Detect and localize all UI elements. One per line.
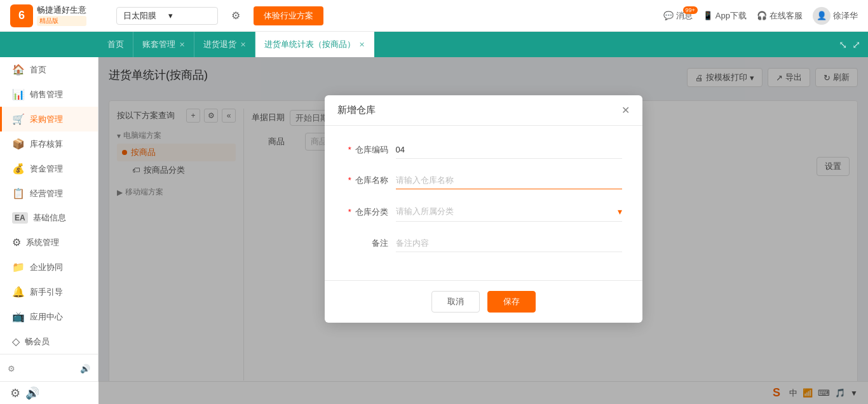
sidebar-item-sales[interactable]: 📊 销售管理 (0, 82, 98, 107)
sidebar-item-operation[interactable]: 📋 经营管理 (0, 181, 98, 206)
notification-badge: 99+ (683, 6, 698, 14)
header-right: 💬 消息 99+ 📱 App下载 🎧 在线客服 👤 徐泽华 (663, 7, 858, 25)
online-service-item[interactable]: 🎧 在线客服 (757, 10, 803, 22)
sidebar-item-inventory[interactable]: 📦 库存核算 (0, 131, 98, 156)
content-area: 进货单统计(按商品) 🖨 按模板打印 ▾ ↗ 导出 ↻ 刷新 (98, 57, 868, 404)
sidebar-item-basic[interactable]: EA 基础信息 (0, 206, 98, 230)
warehouse-code-input[interactable] (396, 141, 622, 159)
finance-icon: 💰 (12, 163, 25, 175)
logo-icon: 6 (10, 4, 33, 27)
warehouse-name-row: * 仓库名称 (345, 172, 622, 189)
sidebar-item-system[interactable]: ⚙ 系统管理 (0, 230, 98, 255)
store-name: 日太阳膜 (123, 10, 166, 22)
tab-bar-right: ⤡ ⤢ (839, 39, 868, 51)
tab-return[interactable]: 进货退货 ✕ (194, 32, 255, 57)
sidebar-item-vip[interactable]: ◇ 畅会员 (0, 329, 98, 354)
tab-return-close[interactable]: ✕ (240, 41, 246, 49)
warehouse-note-row: 备注 (345, 234, 622, 252)
modal-close-button[interactable]: ✕ (621, 104, 630, 116)
sidebar-operation-label: 经营管理 (30, 188, 63, 199)
tab-return-label: 进货退货 (203, 39, 236, 50)
modal-backdrop: 新增仓库 ✕ * 仓库编码 * (98, 57, 868, 404)
tab-stat[interactable]: 进货单统计表（按商品） ✕ (255, 32, 374, 57)
sidebar-basic-label: 基础信息 (33, 212, 66, 224)
sidebar-appstore-label: 应用中心 (30, 311, 63, 323)
warehouse-code-row: * 仓库编码 (345, 141, 622, 159)
logo-text-area: 畅捷通好生意 精品版 (37, 5, 86, 26)
sidebar-vip-label: 畅会员 (25, 336, 50, 347)
sidebar-purchase-label: 采购管理 (30, 114, 63, 125)
sidebar-item-home[interactable]: 🏠 首页 (0, 57, 98, 82)
sidebar-item-appstore[interactable]: 📺 应用中心 (0, 304, 98, 329)
sidebar-home-label: 首页 (30, 64, 46, 76)
logo-title: 畅捷通好生意 (37, 5, 86, 16)
top-header: 6 畅捷通好生意 精品版 日太阳膜 ▾ ⚙ 体验行业方案 💬 消息 99+ 📱 … (0, 0, 868, 32)
modal-cancel-button[interactable]: 取消 (431, 291, 480, 313)
warehouse-category-row: * 仓库分类 请输入所属分类 ▾ (345, 202, 622, 222)
sidebar-inventory-label: 库存核算 (30, 138, 63, 150)
sidebar-guide-label: 新手引导 (30, 286, 63, 298)
sidebar-speaker-icon[interactable]: 🔊 (80, 364, 90, 374)
appstore-icon: 📺 (12, 311, 25, 323)
bottom-gear-icon[interactable]: ⚙ (10, 386, 20, 400)
sidebar-item-purchase[interactable]: 🛒 采购管理 (0, 107, 98, 131)
inventory-icon: 📦 (12, 138, 25, 150)
operation-icon: 📋 (12, 187, 25, 199)
bottom-speaker-icon[interactable]: 🔊 (25, 386, 39, 400)
enterprise-icon: 📁 (12, 261, 25, 273)
user-item[interactable]: 👤 徐泽华 (813, 7, 858, 25)
store-selector[interactable]: 日太阳膜 ▾ (116, 7, 218, 25)
sidebar: 🏠 首页 📊 销售管理 🛒 采购管理 📦 库存核算 💰 资金管理 📋 经营管理 … (0, 57, 98, 404)
sidebar-enterprise-label: 企业协同 (30, 262, 63, 273)
modal-footer: 取消 保存 (325, 280, 642, 323)
modal-save-button[interactable]: 保存 (487, 291, 536, 313)
modal-header: 新增仓库 ✕ (325, 95, 642, 126)
warehouse-name-input[interactable] (396, 172, 622, 189)
user-name: 徐泽华 (833, 10, 858, 22)
system-icon: ⚙ (12, 236, 21, 248)
tab-collapse-icon[interactable]: ⤡ (839, 39, 847, 51)
purchase-icon: 🛒 (12, 113, 25, 125)
main-layout: 🏠 首页 📊 销售管理 🛒 采购管理 📦 库存核算 💰 资金管理 📋 经营管理 … (0, 57, 868, 404)
warehouse-category-select[interactable]: 请输入所属分类 ▾ (396, 202, 622, 222)
bottom-left: ⚙ 🔊 (10, 386, 39, 400)
tab-homepage-label: 首页 (107, 39, 124, 50)
guide-icon: 🔔 (12, 286, 25, 298)
app-download-icon: 📱 (703, 11, 713, 20)
warehouse-category-placeholder: 请输入所属分类 (396, 206, 454, 217)
sidebar-item-guide[interactable]: 🔔 新手引导 (0, 279, 98, 304)
vip-icon: ◇ (12, 335, 20, 347)
tab-stat-label: 进货单统计表（按商品） (264, 39, 355, 50)
sidebar-item-enterprise[interactable]: 📁 企业协同 (0, 255, 98, 279)
warehouse-note-input[interactable] (396, 234, 622, 252)
warehouse-name-label: * 仓库名称 (345, 175, 396, 186)
app-download-item[interactable]: 📱 App下载 (703, 10, 747, 22)
tab-account[interactable]: 账套管理 ✕ (133, 32, 194, 57)
sidebar-item-finance[interactable]: 💰 资金管理 (0, 156, 98, 181)
sales-icon: 📊 (12, 88, 25, 100)
tab-account-close[interactable]: ✕ (179, 41, 185, 49)
sidebar-finance-label: 资金管理 (30, 163, 63, 175)
settings-button[interactable]: ⚙ (226, 6, 246, 26)
warehouse-note-label: 备注 (345, 238, 396, 249)
notification-icon: 💬 (663, 11, 674, 20)
sidebar-settings-icon[interactable]: ⚙ (8, 364, 15, 374)
store-dropdown-icon: ▾ (168, 11, 211, 20)
user-avatar: 👤 (813, 7, 831, 25)
basic-icon: EA (12, 212, 28, 224)
trial-button[interactable]: 体验行业方案 (254, 6, 323, 25)
app-download-label: App下载 (715, 10, 747, 22)
tab-bar: 首页 账套管理 ✕ 进货退货 ✕ 进货单统计表（按商品） ✕ ⤡ ⤢ (0, 32, 868, 57)
tab-stat-close[interactable]: ✕ (359, 41, 365, 49)
notification-item[interactable]: 💬 消息 99+ (663, 10, 693, 22)
tab-expand-icon[interactable]: ⤢ (852, 39, 860, 51)
home-icon: 🏠 (12, 64, 25, 76)
online-service-label: 在线客服 (770, 10, 803, 22)
tab-homepage[interactable]: 首页 (98, 32, 133, 57)
headphone-icon: 🎧 (757, 11, 767, 20)
warehouse-category-arrow: ▾ (618, 206, 622, 217)
tab-account-label: 账套管理 (142, 39, 175, 50)
modal-body: * 仓库编码 * 仓库名称 (325, 126, 642, 280)
logo-area: 6 畅捷通好生意 精品版 (10, 4, 109, 27)
modal-new-warehouse: 新增仓库 ✕ * 仓库编码 * (325, 95, 642, 323)
